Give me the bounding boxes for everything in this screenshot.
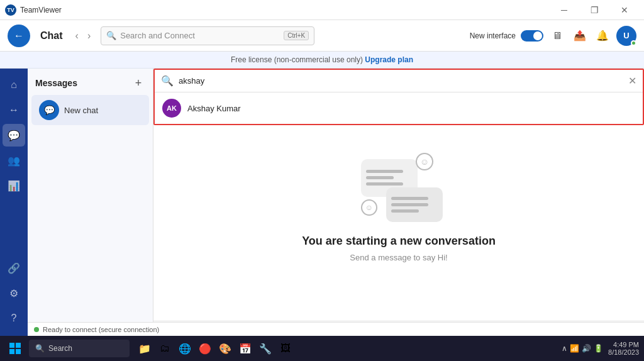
logo-icon: ← <box>14 30 24 42</box>
status-bar: Ready to connect (secure connection) <box>28 322 644 336</box>
sidebar-item-remote[interactable]: ↔ <box>3 99 25 121</box>
app-title: TeamViewer <box>20 6 62 14</box>
taskbar-search-icon: 🔍 <box>35 344 45 353</box>
add-chat-button[interactable]: + <box>131 76 145 90</box>
clock-date: 8/18/2023 <box>608 348 639 356</box>
sidebar-item-contacts[interactable]: 👥 <box>3 149 25 172</box>
new-chat-label: New chat <box>64 106 98 115</box>
messages-panel: Messages + 💬 New chat <box>28 69 153 360</box>
toolbar-right: New interface 🖥 📤 🔔 U <box>470 26 636 46</box>
forward-button[interactable]: › <box>84 28 94 44</box>
taskbar-clock: 4:49 PM 8/18/2023 <box>608 341 639 356</box>
search-result-item[interactable]: AK Akshay Kumar <box>155 92 643 124</box>
taskbar-app-chrome[interactable]: 🌐 <box>176 340 194 357</box>
search-input[interactable] <box>179 76 623 86</box>
new-interface-label: New interface <box>470 31 516 40</box>
toolbar: ← Chat ‹ › 🔍 Search and Connect Ctrl+K N… <box>0 20 644 52</box>
search-connect-icon: 🔍 <box>106 31 116 40</box>
taskbar-search-label: Search <box>48 344 72 353</box>
window-controls: ─ ❐ ✕ <box>550 0 639 20</box>
smiley-icon-2: ☺ <box>361 199 377 216</box>
nav-buttons: ‹ › <box>72 28 95 44</box>
upgrade-link[interactable]: Upgrade plan <box>365 55 413 64</box>
main-layout: ⌂ ↔ 💬 👥 📊 🔗 ⚙ ? ⊡ Messages + 💬 New chat … <box>0 69 644 360</box>
taskbar-app-tv[interactable]: 🔧 <box>257 340 274 357</box>
bubble-line-3 <box>366 182 403 186</box>
taskbar-app-red[interactable]: 🔴 <box>196 340 214 357</box>
empty-state-subtitle: Send a message to say Hi! <box>350 253 447 262</box>
sidebar-item-share2[interactable]: 🔗 <box>3 257 25 279</box>
svg-rect-2 <box>9 349 14 354</box>
license-banner: Free license (non-commercial use only) U… <box>0 52 644 69</box>
result-initials: AK <box>167 104 177 112</box>
taskbar-app-explorer[interactable]: 🗂 <box>156 340 174 357</box>
title-bar-left: TV TeamViewer <box>5 4 62 16</box>
search-connect-bar[interactable]: 🔍 Search and Connect Ctrl+K <box>101 26 314 45</box>
chat-bubble-front <box>386 187 443 222</box>
taskbar-app-calendar[interactable]: 📅 <box>236 340 254 357</box>
computer-icon-button[interactable]: 🖥 <box>548 27 566 45</box>
bubble-line-4 <box>391 197 428 200</box>
sidebar-item-chat[interactable]: 💬 <box>3 124 25 147</box>
status-text: Ready to connect (secure connection) <box>43 326 159 333</box>
taskbar-right: ∧ 📶 🔊 🔋 4:49 PM 8/18/2023 <box>562 341 639 356</box>
messages-title: Messages <box>35 78 77 88</box>
title-bar: TV TeamViewer ─ ❐ ✕ <box>0 0 644 20</box>
taskbar-app-files[interactable]: 📁 <box>136 340 153 357</box>
search-overlay: 🔍 ✕ AK Akshay Kumar <box>153 69 644 125</box>
bubble-line-5 <box>391 203 428 206</box>
close-button[interactable]: ✕ <box>610 0 639 20</box>
share-icon-button[interactable]: 📤 <box>571 27 589 45</box>
sidebar: ⌂ ↔ 💬 👥 📊 🔗 ⚙ ? ⊡ <box>0 69 28 360</box>
wifi-icon: 📶 <box>570 344 579 353</box>
result-avatar: AK <box>162 99 181 118</box>
empty-icon-area: ☺ ☺ <box>355 153 443 222</box>
battery-icon: 🔋 <box>594 344 603 353</box>
sidebar-item-settings[interactable]: ⚙ <box>3 282 25 304</box>
search-icon: 🔍 <box>161 75 174 87</box>
online-indicator <box>631 40 636 46</box>
svg-rect-1 <box>16 343 21 348</box>
sidebar-item-help[interactable]: ? <box>3 307 25 330</box>
minimize-button[interactable]: ─ <box>550 0 579 20</box>
volume-icon: 🔊 <box>582 344 591 353</box>
taskbar-apps: 📁 🗂 🌐 🔴 🎨 📅 🔧 🖼 <box>136 340 294 357</box>
new-interface-toggle[interactable] <box>521 30 543 42</box>
tray-chevron[interactable]: ∧ <box>562 344 567 353</box>
result-name: Akshay Kumar <box>187 104 241 113</box>
app-logo: ← <box>8 25 30 47</box>
sidebar-item-home[interactable]: ⌂ <box>3 74 25 96</box>
clock-time: 4:49 PM <box>613 341 639 348</box>
back-button[interactable]: ‹ <box>72 28 82 44</box>
clear-search-button[interactable]: ✕ <box>628 75 636 87</box>
search-overlay-input-row: 🔍 ✕ <box>155 70 643 92</box>
search-connect-placeholder: Search and Connect <box>120 31 195 40</box>
taskbar: 🔍 Search 📁 🗂 🌐 🔴 🎨 📅 🔧 🖼 ∧ 📶 🔊 🔋 4:49 PM… <box>0 336 644 361</box>
svg-rect-3 <box>16 349 21 354</box>
maximize-button[interactable]: ❐ <box>580 0 609 20</box>
smiley-icon-1: ☺ <box>416 153 433 170</box>
chat-title: Chat <box>40 30 63 42</box>
chat-area: 🔍 ✕ AK Akshay Kumar ☺ <box>153 69 644 360</box>
taskbar-app-gallery[interactable]: 🖼 <box>277 340 294 357</box>
system-tray: ∧ 📶 🔊 🔋 <box>562 344 603 353</box>
new-chat-item[interactable]: 💬 New chat <box>31 95 149 125</box>
new-chat-icon: 💬 <box>39 100 59 120</box>
taskbar-app-paint[interactable]: 🎨 <box>216 340 234 357</box>
start-button[interactable] <box>5 338 25 358</box>
sidebar-item-monitor[interactable]: 📊 <box>3 174 25 197</box>
teamviewer-logo: TV <box>5 4 16 16</box>
license-text: Free license (non-commercial use only) <box>231 55 363 64</box>
shortcut-badge: Ctrl+K <box>284 31 309 40</box>
bubble-line-6 <box>391 209 419 213</box>
bubble-line-2 <box>366 176 394 179</box>
messages-header: Messages + <box>28 69 153 95</box>
bell-icon-button[interactable]: 🔔 <box>594 27 611 45</box>
empty-state-title: You are starting a new conversation <box>302 235 496 248</box>
bubble-line-1 <box>366 170 403 173</box>
user-avatar-button[interactable]: U <box>616 26 636 46</box>
avatar-initials: U <box>623 31 629 40</box>
taskbar-search-bar[interactable]: 🔍 Search <box>29 340 130 357</box>
svg-rect-0 <box>9 343 14 348</box>
status-dot <box>34 327 39 332</box>
